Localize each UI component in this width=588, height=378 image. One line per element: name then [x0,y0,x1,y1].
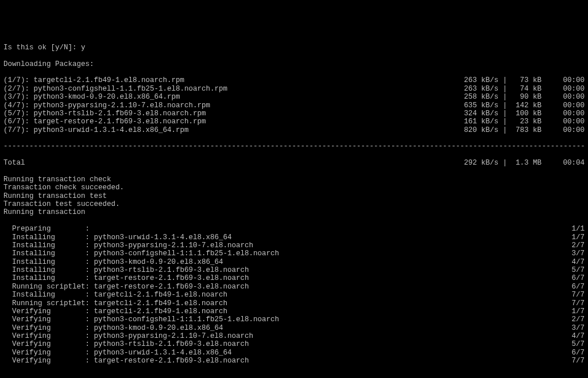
download-row: (6/7): target-restore-2.1.fb69-3.el8.noa… [3,118,585,126]
total-label: Total [3,159,25,167]
transaction-label: Verifying : python3-urwid-1.3.1-4.el8.x8… [3,349,232,357]
transaction-row: Running scriptlet: target-restore-2.1.fb… [3,283,585,291]
download-stats: 263 kB/s | 74 kB 00:00 [459,85,585,93]
download-stats: 258 kB/s | 90 kB 00:00 [459,93,585,101]
download-name: (2/7): python3-configshell-1.1.fb25-1.el… [3,85,227,93]
transaction-progress: 1/7 [571,307,585,315]
transaction-progress: 3/7 [571,324,585,332]
transaction-progress: 6/7 [571,274,585,282]
download-name: (6/7): target-restore-2.1.fb69-3.el8.noa… [3,118,206,126]
transaction-label: Verifying : python3-rtslib-2.1.fb69-3.el… [3,340,249,348]
confirm-prompt: Is this ok [y/N]: y [3,44,585,52]
transaction-label: Installing : python3-configshell-1:1.1.f… [3,250,279,258]
transaction-progress: 4/7 [571,258,585,266]
transaction-progress: 2/7 [571,315,585,324]
downloading-header: Downloading Packages: [3,60,585,68]
download-name: (4/7): python3-pyparsing-2.1.10-7.el8.no… [3,102,210,110]
transaction-label: Verifying : targetcli-2.1.fb49-1.el8.noa… [3,307,227,315]
transaction-label: Installing : python3-urwid-1.3.1-4.el8.x… [3,233,232,241]
transaction-row: Verifying : python3-configshell-1:1.1.fb… [3,315,585,324]
transaction-label: Running scriptlet: targetcli-2.1.fb49-1.… [3,299,227,307]
download-stats: 263 kB/s | 73 kB 00:00 [459,76,585,84]
transaction-row: Verifying : targetcli-2.1.fb49-1.el8.noa… [3,307,585,315]
download-name: (5/7): python3-rtslib-2.1.fb69-3.el8.noa… [3,110,206,118]
transaction-row: Installing : python3-kmod-0.9-20.el8.x86… [3,258,585,266]
download-name: (1/7): targetcli-2.1.fb49-1.el8.noarch.r… [3,76,184,84]
download-row: (4/7): python3-pyparsing-2.1.10-7.el8.no… [3,102,585,110]
transaction-row: Installing : python3-pyparsing-2.1.10-7.… [3,241,585,250]
transaction-row: Verifying : python3-rtslib-2.1.fb69-3.el… [3,340,585,348]
blank-line [3,373,585,378]
status-line: Transaction test succeeded. [3,200,585,208]
download-row: (3/7): python3-kmod-0.9-20.el8.x86_64.rp… [3,93,585,101]
transaction-progress: 6/7 [571,283,585,291]
transaction-progress: 6/7 [571,349,585,357]
transaction-label: Verifying : python3-kmod-0.9-20.el8.x86_… [3,324,223,332]
transaction-progress: 3/7 [571,250,585,258]
terminal-output[interactable]: Is this ok [y/N]: y Downloading Packages… [3,36,585,379]
transaction-label: Verifying : python3-configshell-1:1.1.fb… [3,315,279,324]
transaction-row: Preparing : 1/1 [3,225,585,233]
status-line: Running transaction test [3,192,585,200]
download-name: (7/7): python3-urwid-1.3.1-4.el8.x86_64.… [3,126,189,134]
transaction-row: Installing : python3-configshell-1:1.1.f… [3,250,585,258]
transaction-progress: 7/7 [571,291,585,299]
downloads-list: (1/7): targetcli-2.1.fb49-1.el8.noarch.r… [3,76,585,134]
status-line: Running transaction check [3,176,585,184]
total-stats: 292 kB/s | 1.3 MB 00:04 [459,159,585,167]
transaction-row: Installing : python3-urwid-1.3.1-4.el8.x… [3,233,585,241]
transaction-label: Verifying : python3-pyparsing-2.1.10-7.e… [3,332,253,340]
transaction-row: Installing : targetcli-2.1.fb49-1.el8.no… [3,291,585,299]
transaction-label: Running scriptlet: target-restore-2.1.fb… [3,283,249,291]
transaction-row: Installing : python3-rtslib-2.1.fb69-3.e… [3,266,585,274]
transaction-progress: 5/7 [571,266,585,274]
transaction-progress: 1/1 [571,225,585,233]
download-stats: 324 kB/s | 100 kB 00:00 [459,110,585,118]
transaction-label: Installing : target-restore-2.1.fb69-3.e… [3,274,249,282]
transaction-label: Verifying : target-restore-2.1.fb69-3.el… [3,357,249,365]
transaction-progress: 4/7 [571,332,585,340]
transaction-row: Verifying : python3-pyparsing-2.1.10-7.e… [3,332,585,340]
download-stats: 820 kB/s | 783 kB 00:00 [459,126,585,134]
download-stats: 635 kB/s | 142 kB 00:00 [459,102,585,110]
transaction-row: Verifying : target-restore-2.1.fb69-3.el… [3,357,585,365]
transaction-progress: 7/7 [571,357,585,365]
transaction-label: Preparing : [3,225,94,233]
transaction-row: Verifying : python3-kmod-0.9-20.el8.x86_… [3,324,585,332]
download-name: (3/7): python3-kmod-0.9-20.el8.x86_64.rp… [3,93,180,101]
transaction-label: Installing : python3-rtslib-2.1.fb69-3.e… [3,266,249,274]
transaction-progress: 5/7 [571,340,585,348]
transaction-row: Installing : target-restore-2.1.fb69-3.e… [3,274,585,282]
download-row: (7/7): python3-urwid-1.3.1-4.el8.x86_64.… [3,126,585,134]
download-row: (1/7): targetcli-2.1.fb49-1.el8.noarch.r… [3,76,585,84]
status-lines: Running transaction checkTransaction che… [3,176,585,217]
status-line: Transaction check succeeded. [3,184,585,192]
transaction-label: Installing : python3-kmod-0.9-20.el8.x86… [3,258,223,266]
total-row: Total 292 kB/s | 1.3 MB 00:04 [3,159,585,167]
transaction-label: Installing : targetcli-2.1.fb49-1.el8.no… [3,291,227,299]
status-line: Running transaction [3,208,585,216]
transaction-progress: 2/7 [571,241,585,250]
transaction-row: Verifying : python3-urwid-1.3.1-4.el8.x8… [3,349,585,357]
transaction-progress: 7/7 [571,299,585,307]
separator: ----------------------------------------… [3,142,585,150]
download-stats: 161 kB/s | 23 kB 00:00 [459,118,585,126]
transaction-row: Running scriptlet: targetcli-2.1.fb49-1.… [3,299,585,307]
download-row: (2/7): python3-configshell-1.1.fb25-1.el… [3,85,585,93]
transaction-steps: Preparing : 1/1 Installing : python3-urw… [3,225,585,365]
transaction-progress: 1/7 [571,233,585,241]
download-row: (5/7): python3-rtslib-2.1.fb69-3.el8.noa… [3,110,585,118]
transaction-label: Installing : python3-pyparsing-2.1.10-7.… [3,241,253,250]
